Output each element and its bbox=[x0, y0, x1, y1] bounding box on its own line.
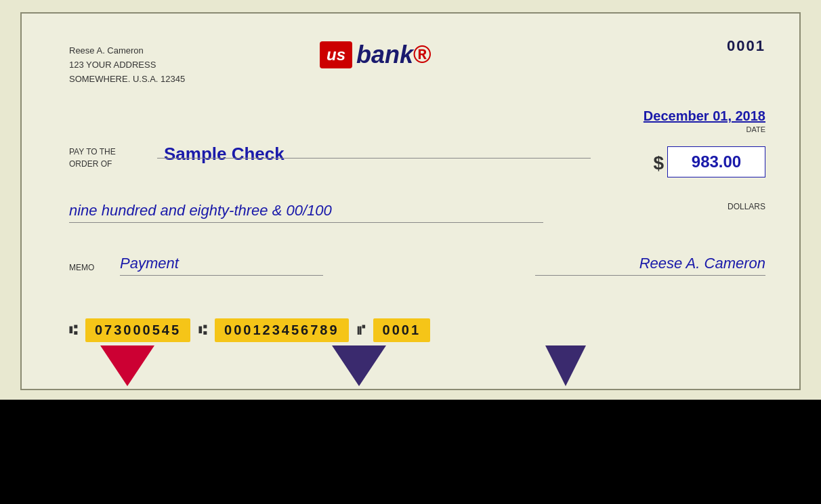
routing-arrow bbox=[100, 345, 154, 386]
logo-us: us bbox=[320, 41, 352, 68]
amount-box: 983.00 bbox=[667, 146, 765, 177]
logo-dot: ® bbox=[413, 41, 431, 69]
pay-to-label: PAY TO THE ORDER OF bbox=[69, 146, 116, 170]
check-body: 0001 Reese A. Cameron 123 YOUR ADDRESS S… bbox=[20, 12, 801, 390]
page-wrapper: 0001 Reese A. Cameron 123 YOUR ADDRESS S… bbox=[0, 0, 821, 504]
account-arrow bbox=[332, 345, 386, 386]
address-line2: SOMEWHERE. U.S.A. 12345 bbox=[69, 72, 185, 87]
micr-check-number: 0001 bbox=[373, 318, 431, 342]
payee-name: Sample Check bbox=[164, 144, 285, 165]
micr-symbol-left: ⑆ bbox=[69, 322, 77, 338]
memo-label: MEMO bbox=[69, 263, 94, 272]
date-section: December 01, 2018 DATE bbox=[644, 108, 765, 133]
bottom-area: ROUTING number Account number Check numb… bbox=[0, 400, 821, 504]
check-arrow bbox=[545, 345, 586, 386]
logo-bank: bank bbox=[356, 41, 413, 69]
date-value: December 01, 2018 bbox=[644, 108, 765, 124]
routing-number: 073000545 bbox=[85, 318, 190, 342]
bank-logo: us bank® bbox=[320, 41, 431, 69]
micr-line: ⑆ 073000545 ⑆ 000123456789 ⑈ 0001 bbox=[69, 318, 430, 342]
date-label: DATE bbox=[644, 125, 765, 133]
dollars-label: DOLLARS bbox=[728, 202, 765, 211]
payee-line bbox=[157, 158, 591, 159]
micr-symbol-right: ⑆ bbox=[198, 322, 207, 338]
address-block: Reese A. Cameron 123 YOUR ADDRESS SOMEWH… bbox=[69, 44, 185, 86]
dollar-sign: $ bbox=[653, 152, 664, 174]
written-amount: nine hundred and eighty-three & 00/100 bbox=[69, 202, 543, 223]
address-line1: 123 YOUR ADDRESS bbox=[69, 58, 185, 72]
signature: Reese A. Cameron bbox=[535, 255, 765, 276]
account-number: 000123456789 bbox=[215, 318, 348, 342]
micr-check-symbol: ⑈ bbox=[357, 322, 365, 338]
amount-value: 983.00 bbox=[692, 152, 741, 171]
owner-name: Reese A. Cameron bbox=[69, 44, 185, 58]
memo-value: Payment bbox=[120, 255, 323, 276]
check-number-top: 0001 bbox=[727, 37, 765, 55]
